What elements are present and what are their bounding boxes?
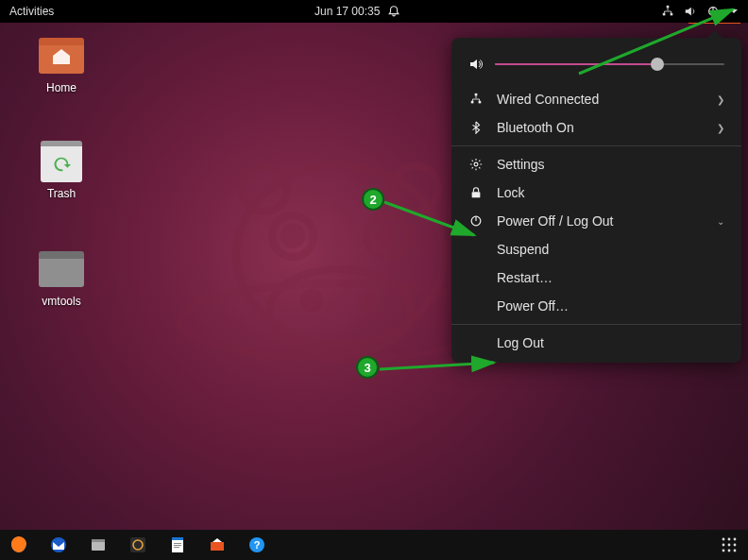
desktop-icon-label: Trash <box>28 187 94 200</box>
svg-line-46 <box>380 363 494 369</box>
gear-icon <box>468 158 484 171</box>
menu-item-suspend[interactable]: Suspend <box>451 235 741 263</box>
volume-row <box>451 43 741 85</box>
svg-point-5 <box>236 165 444 345</box>
power-icon <box>706 5 720 18</box>
bluetooth-icon <box>468 121 484 134</box>
dock-item-show-apps[interactable] <box>720 535 739 554</box>
dock-item-writer[interactable] <box>168 535 187 554</box>
menu-item-label: Bluetooth On <box>497 120 704 135</box>
svg-point-39 <box>728 544 731 547</box>
svg-point-10 <box>269 269 411 354</box>
network-icon <box>661 5 674 18</box>
notification-icon[interactable] <box>387 5 400 18</box>
power-icon <box>468 214 484 228</box>
status-area[interactable] <box>661 5 748 18</box>
svg-rect-32 <box>211 542 224 551</box>
svg-point-36 <box>728 538 731 541</box>
svg-point-6 <box>272 215 314 257</box>
desktop-icon-label: Home <box>28 81 94 94</box>
dock-item-thunderbird[interactable] <box>49 535 68 554</box>
folder-icon <box>39 38 84 74</box>
svg-point-41 <box>722 550 725 552</box>
lock-icon <box>468 186 484 199</box>
dock-item-files[interactable] <box>89 535 108 554</box>
svg-rect-17 <box>479 101 482 104</box>
menu-item-logout[interactable]: Log Out <box>451 329 741 357</box>
svg-rect-16 <box>471 101 474 104</box>
svg-point-7 <box>366 215 408 257</box>
svg-rect-19 <box>472 192 481 197</box>
menu-item-lock[interactable]: Lock <box>451 178 741 207</box>
svg-point-11 <box>304 293 319 308</box>
menu-item-power[interactable]: Power Off / Log Out ⌄ <box>451 207 741 235</box>
svg-point-43 <box>734 550 737 552</box>
svg-point-9 <box>379 228 396 245</box>
svg-point-40 <box>734 544 737 547</box>
dock-item-software[interactable] <box>208 535 227 554</box>
svg-rect-1 <box>663 13 666 16</box>
menu-item-label: Suspend <box>497 242 724 257</box>
desktop-icon-trash[interactable]: Trash <box>28 140 94 200</box>
svg-rect-24 <box>92 539 105 542</box>
desktop-icon-folder[interactable]: vmtools <box>28 247 94 308</box>
menu-separator <box>451 324 741 325</box>
menu-item-label: Restart… <box>497 270 724 285</box>
annotation-badge-3: 3 <box>356 356 379 379</box>
chevron-right-icon: ❯ <box>717 94 724 105</box>
svg-rect-29 <box>174 543 181 544</box>
svg-rect-30 <box>174 545 181 546</box>
svg-rect-31 <box>174 547 179 548</box>
system-menu: Wired Connected ❯ Bluetooth On ❯ Setting… <box>451 38 741 363</box>
chevron-down-icon: ⌄ <box>717 216 724 227</box>
speaker-icon <box>468 57 484 72</box>
menu-item-label: Wired Connected <box>497 92 704 107</box>
svg-rect-0 <box>667 6 670 8</box>
svg-point-13 <box>242 166 287 212</box>
trash-icon <box>41 141 82 182</box>
svg-point-42 <box>728 550 731 552</box>
desktop-icon-home[interactable]: Home <box>28 34 94 94</box>
volume-icon <box>684 5 697 18</box>
slider-fill <box>495 63 655 65</box>
svg-point-14 <box>393 166 438 212</box>
menu-item-label: Settings <box>497 157 724 172</box>
activities-button[interactable]: Activities <box>0 5 54 18</box>
dock-item-help[interactable]: ? <box>247 535 266 554</box>
svg-point-12 <box>361 293 376 308</box>
menu-item-poweroff[interactable]: Power Off… <box>451 292 741 320</box>
desktop-icon-label: vmtools <box>28 295 94 308</box>
svg-point-38 <box>722 544 725 547</box>
chevron-right-icon: ❯ <box>717 123 724 133</box>
menu-item-label: Power Off… <box>497 298 724 314</box>
menu-item-restart[interactable]: Restart… <box>451 263 741 292</box>
menu-item-label: Log Out <box>497 335 724 350</box>
chevron-down-icon <box>729 5 739 18</box>
svg-rect-28 <box>172 537 183 540</box>
dock-item-firefox[interactable] <box>9 535 28 554</box>
dock-item-rhythmbox[interactable] <box>128 535 147 554</box>
network-icon <box>468 93 484 106</box>
svg-point-8 <box>284 228 301 245</box>
menu-item-settings[interactable]: Settings <box>451 150 741 178</box>
svg-rect-2 <box>671 13 673 16</box>
menu-separator <box>451 145 741 146</box>
annotation-badge-2: 2 <box>362 188 384 211</box>
volume-slider[interactable] <box>495 58 724 71</box>
slider-thumb[interactable] <box>651 58 664 71</box>
svg-point-35 <box>722 538 725 541</box>
menu-item-wired[interactable]: Wired Connected ❯ <box>451 85 741 113</box>
svg-text:?: ? <box>254 539 261 551</box>
dock: ? <box>0 530 748 560</box>
menu-item-bluetooth[interactable]: Bluetooth On ❯ <box>451 113 741 142</box>
svg-point-37 <box>734 538 737 541</box>
top-bar: Activities Jun 17 00:35 <box>0 0 748 23</box>
folder-icon <box>39 251 84 287</box>
svg-rect-15 <box>475 93 478 96</box>
svg-point-18 <box>474 162 478 166</box>
menu-item-label: Lock <box>497 185 724 200</box>
clock[interactable]: Jun 17 00:35 <box>314 5 380 18</box>
menu-item-label: Power Off / Log Out <box>497 213 704 229</box>
